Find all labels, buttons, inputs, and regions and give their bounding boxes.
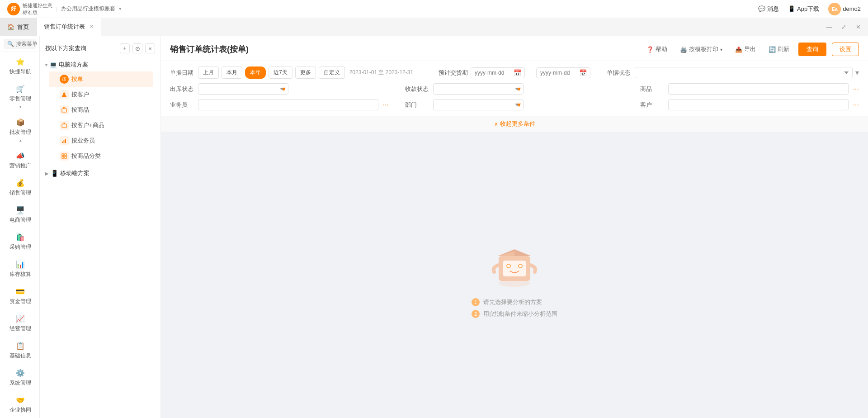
- marketing-icon: 📣: [16, 152, 25, 160]
- collapse-bar[interactable]: ∧ 收起更多条件: [161, 116, 868, 132]
- page-actions: ❓ 帮助 🖨️ 按模板打印 ▾ 📤 导出 🔄 刷新 查询 设置: [643, 43, 859, 56]
- app-download-btn[interactable]: 📱 App下载: [788, 5, 819, 13]
- scheme-tree: ▾ 💻 电脑端方案 按 按单 按客户: [40, 58, 160, 180]
- purchase-icon: 🛍️: [16, 233, 25, 242]
- template-print-btn[interactable]: 🖨️ 按模板打印 ▾: [676, 43, 726, 55]
- tab-maximize-btn[interactable]: ⤢: [838, 22, 849, 33]
- department-select[interactable]: [433, 99, 524, 110]
- logo-area: 好 畅捷通好生意 标准版: [7, 2, 52, 15]
- date-options-group: 上月 本月 本年 近7天 更多 自定义: [198, 66, 345, 79]
- date-btn-7days[interactable]: 近7天: [269, 66, 292, 79]
- product-more-btn[interactable]: ···: [853, 85, 859, 93]
- export-btn[interactable]: 📤 导出: [731, 43, 760, 55]
- department-label: 部门: [405, 101, 430, 109]
- date-btn-custom[interactable]: 自定义: [319, 66, 345, 79]
- nav-sales[interactable]: 💰 销售管理: [0, 173, 39, 200]
- breadcrumb[interactable]: 办公用品行业模拟账套: [61, 5, 115, 13]
- help-btn[interactable]: ❓ 帮助: [643, 43, 671, 55]
- nav-retail[interactable]: 🛒 零售管理 ▾: [0, 79, 39, 113]
- basic-icon: 📋: [16, 342, 25, 350]
- breadcrumb-arrow[interactable]: ▾: [119, 6, 122, 12]
- by-salesperson-icon: [60, 136, 69, 145]
- nav-system[interactable]: ⚙️ 系统管理: [0, 363, 39, 390]
- star-icon: ⭐: [16, 57, 25, 66]
- system-icon: ⚙️: [16, 369, 25, 377]
- date-btn-this-month[interactable]: 本月: [222, 66, 242, 79]
- date-btn-this-year[interactable]: 本年: [245, 66, 266, 79]
- top-bar-right: 💬 消息 📱 App下载 Ea demo2: [758, 3, 861, 15]
- top-bar: 好 畅捷通好生意 标准版 | 办公用品行业模拟账套 ▾ 💬 消息 📱 App下载…: [0, 0, 868, 18]
- nav-basic[interactable]: 📋 基础信息: [0, 336, 39, 363]
- date-btn-more[interactable]: 更多: [295, 66, 316, 79]
- status-more-icon[interactable]: ▾: [855, 68, 859, 77]
- message-btn[interactable]: 💬 消息: [758, 5, 779, 13]
- scheme-by-customer-product[interactable]: 按客户+商品: [49, 118, 153, 133]
- add-scheme-btn[interactable]: +: [120, 43, 130, 53]
- nav-operations[interactable]: 📈 经营管理: [0, 309, 39, 336]
- delivery-status-select[interactable]: [198, 83, 288, 95]
- customer-input[interactable]: [668, 99, 849, 110]
- filter-row-1: 单据日期 上月 本月 本年 近7天 更多 自定义 2023-01-01 至 20…: [170, 66, 859, 79]
- refresh-icon: 🔄: [769, 46, 776, 53]
- expected-delivery-col: 预计交货期 📅 — 📅: [439, 67, 590, 78]
- nav-purchase[interactable]: 🛍️ 采购管理: [0, 228, 39, 255]
- status-select[interactable]: [635, 67, 853, 78]
- nav-enterprise[interactable]: 🤝 企业协同: [0, 390, 39, 418]
- pc-scheme-list: 按 按单 按客户 按商品: [43, 71, 157, 164]
- query-btn[interactable]: 查询: [798, 43, 826, 56]
- date-range-display: 2023-01-01 至 2023-12-31: [349, 69, 413, 76]
- salesperson-input[interactable]: [198, 99, 378, 110]
- scheme-by-customer[interactable]: 按客户: [49, 87, 153, 102]
- tab-minimize-btn[interactable]: —: [824, 22, 835, 33]
- svg-rect-6: [65, 139, 66, 143]
- collapse-panel-btn[interactable]: «: [145, 43, 155, 53]
- page-header: 销售订单统计表(按单) ❓ 帮助 🖨️ 按模板打印 ▾ 📤 导出 🔄 刷新: [161, 36, 868, 61]
- nav-marketing[interactable]: 📣 营销推广: [0, 146, 39, 173]
- pc-section-header[interactable]: ▾ 💻 电脑端方案: [43, 58, 157, 71]
- scheme-by-category[interactable]: 按商品分类: [49, 148, 153, 164]
- user-menu[interactable]: Ea demo2: [828, 3, 861, 15]
- expected-date-to[interactable]: [536, 67, 590, 78]
- scheme-by-order[interactable]: 按 按单: [49, 71, 153, 87]
- refresh-btn[interactable]: 🔄 刷新: [765, 43, 793, 55]
- nav-quick-nav[interactable]: ⭐ 快捷导航: [0, 52, 39, 79]
- by-customer-icon: [60, 90, 69, 99]
- inventory-icon: 📊: [16, 260, 25, 269]
- payment-status-col: 收款状态 ▾: [405, 83, 624, 95]
- product-input[interactable]: [668, 83, 849, 95]
- delivery-status-expand-icon[interactable]: ▾: [282, 85, 286, 93]
- tab-home[interactable]: 🏠 首页: [0, 18, 37, 36]
- tab-close-btn[interactable]: ✕: [90, 24, 94, 29]
- nav-wholesale[interactable]: 📦 批发管理 ▴: [0, 113, 39, 146]
- customer-col: 客户 ···: [640, 99, 859, 110]
- ecommerce-icon: 🖥️: [16, 206, 25, 214]
- operations-icon: 📈: [16, 314, 25, 323]
- nav-inventory[interactable]: 📊 库存核算: [0, 255, 39, 282]
- filter-row-2: 出库状态 ▾ 收款状态 ▾ 商品 ···: [170, 83, 859, 95]
- message-icon: 💬: [758, 5, 765, 12]
- date-btn-last-month[interactable]: 上月: [198, 66, 219, 79]
- payment-status-expand-icon[interactable]: ▾: [517, 85, 521, 93]
- salesperson-more-btn[interactable]: ···: [383, 101, 389, 109]
- nav-ecommerce[interactable]: 🖥️ 电商管理: [0, 200, 39, 228]
- svg-point-3: [64, 123, 65, 124]
- tab-sales-order-stats[interactable]: 销售订单统计表 ✕: [37, 18, 101, 36]
- help-icon: ❓: [646, 46, 654, 53]
- salesperson-col: 业务员 ···: [170, 99, 389, 110]
- search-menu-input[interactable]: [16, 41, 43, 47]
- mobile-section-header[interactable]: ▶ 📱 移动端方案: [43, 166, 157, 180]
- scheme-by-product[interactable]: 按商品: [49, 102, 153, 118]
- scheme-settings-btn[interactable]: ⊙: [132, 43, 142, 53]
- product-col: 商品 ···: [640, 83, 859, 95]
- nav-finance[interactable]: 💳 资金管理: [0, 282, 39, 309]
- department-expand-icon[interactable]: ▾: [517, 100, 521, 109]
- settings-btn[interactable]: 设置: [832, 43, 859, 56]
- expected-date-from[interactable]: [471, 67, 525, 78]
- filter-section: 单据日期 上月 本月 本年 近7天 更多 自定义 2023-01-01 至 20…: [161, 61, 868, 116]
- payment-status-select[interactable]: [433, 83, 524, 95]
- tab-close-window-btn[interactable]: ✕: [853, 22, 863, 33]
- left-panel-header: 按以下方案查询 + ⊙ «: [40, 41, 160, 58]
- customer-more-btn[interactable]: ···: [853, 101, 859, 109]
- by-order-icon: 按: [60, 75, 69, 84]
- scheme-by-salesperson[interactable]: 按业务员: [49, 133, 153, 148]
